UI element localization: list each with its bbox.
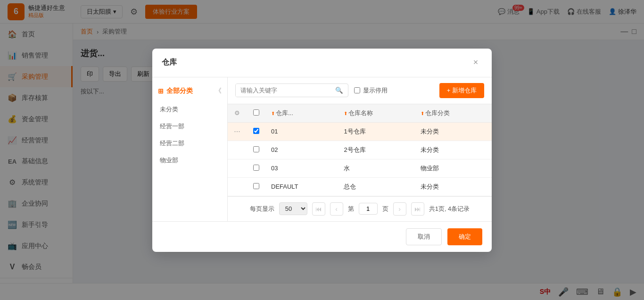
page-number-input[interactable]: [359, 203, 378, 215]
row-gear-icon[interactable]: [228, 141, 247, 159]
row-category: 未分类: [415, 141, 492, 159]
row-index-code: 03: [265, 159, 338, 177]
next-page-button[interactable]: ›: [393, 202, 406, 216]
add-warehouse-button[interactable]: + 新增仓库: [439, 83, 484, 98]
per-page-label: 每页显示: [250, 205, 274, 213]
page-word: 第: [348, 205, 354, 213]
row-index-code: 02: [265, 141, 338, 159]
category-item-unclassified[interactable]: 未分类: [152, 101, 227, 118]
col-category-header[interactable]: ⬆仓库分类: [415, 104, 492, 123]
category-item-ops1[interactable]: 经营一部: [152, 118, 227, 135]
select-all-checkbox[interactable]: [253, 109, 259, 116]
table-row[interactable]: DEFAULT 总仓 未分类: [228, 177, 492, 196]
per-page-select[interactable]: 50 10 20 100: [279, 202, 307, 215]
search-button[interactable]: 🔍: [330, 84, 348, 97]
all-categories-label[interactable]: ⊞ 全部分类: [158, 87, 193, 95]
row-category: 未分类: [415, 177, 492, 196]
row-checkbox[interactable]: [253, 146, 259, 152]
category-item-ops2[interactable]: 经营二部: [152, 135, 227, 152]
col-settings[interactable]: ⚙: [228, 104, 247, 123]
modal-sidebar-header: ⊞ 全部分类 《: [152, 83, 227, 101]
last-page-button[interactable]: ⏭: [411, 202, 424, 216]
table-row[interactable]: ··· 01 1号仓库 未分类: [228, 122, 492, 141]
show-disabled-label[interactable]: 显示停用: [354, 86, 388, 95]
modal-close-button[interactable]: ×: [469, 56, 482, 69]
search-box: 🔍: [235, 83, 348, 97]
modal-toolbar: 🔍 显示停用 + 新增仓库: [228, 77, 492, 104]
modal-header: 仓库 ×: [152, 49, 492, 77]
row-name: 总仓: [338, 177, 415, 196]
show-disabled-checkbox[interactable]: [354, 87, 360, 93]
row-index-code: 01: [265, 122, 338, 141]
row-name: 水: [338, 159, 415, 177]
row-checkbox-cell[interactable]: [247, 122, 265, 141]
table-row[interactable]: 02 2号仓库 未分类: [228, 141, 492, 159]
row-category: 物业部: [415, 159, 492, 177]
total-info: 共1页, 4条记录: [429, 205, 470, 213]
col-name-header[interactable]: ⬆仓库名称: [338, 104, 415, 123]
pagination-bar: 每页显示 50 10 20 100 ⏮ ‹ 第 页 › ⏭ 共1页, 4条记录: [228, 196, 492, 221]
row-name: 1号仓库: [338, 122, 415, 141]
modal-title: 仓库: [162, 58, 177, 67]
modal-actions: 取消 确定: [152, 221, 492, 252]
collapse-sidebar-button[interactable]: 《: [215, 87, 222, 95]
row-gear-icon[interactable]: ···: [228, 122, 247, 141]
cancel-button[interactable]: 取消: [406, 228, 442, 245]
modal-category-sidebar: ⊞ 全部分类 《 未分类 经营一部 经营二部 物业部: [152, 77, 228, 221]
sort-icon-name: ⬆: [344, 111, 347, 116]
row-checkbox[interactable]: [253, 128, 259, 134]
row-checkbox-cell[interactable]: [247, 159, 265, 177]
page-label: 页: [382, 205, 388, 213]
row-index-code: DEFAULT: [265, 177, 338, 196]
confirm-button[interactable]: 确定: [447, 228, 482, 245]
warehouse-table: ⚙ ⬆仓库... ⬆仓库名称: [228, 104, 492, 196]
category-item-property[interactable]: 物业部: [152, 152, 227, 169]
row-checkbox-cell[interactable]: [247, 177, 265, 196]
first-page-button[interactable]: ⏮: [312, 202, 325, 216]
grid-icon: ⊞: [158, 87, 164, 95]
row-checkbox-cell[interactable]: [247, 141, 265, 159]
row-gear-icon[interactable]: [228, 159, 247, 177]
search-input[interactable]: [236, 84, 330, 97]
row-name: 2号仓库: [338, 141, 415, 159]
modal-body: ⊞ 全部分类 《 未分类 经营一部 经营二部 物业部 🔍: [152, 77, 492, 221]
table-row[interactable]: 03 水 物业部: [228, 159, 492, 177]
warehouse-modal: 仓库 × ⊞ 全部分类 《 未分类 经营一部 经营二部 物业部: [152, 49, 492, 252]
modal-main-area: 🔍 显示停用 + 新增仓库 ⚙: [228, 77, 492, 221]
prev-page-button[interactable]: ‹: [330, 202, 343, 216]
sort-icon-code: ⬆: [271, 111, 275, 116]
more-icon[interactable]: ···: [234, 127, 240, 135]
row-category: 未分类: [415, 122, 492, 141]
modal-overlay: 仓库 × ⊞ 全部分类 《 未分类 经营一部 经营二部 物业部: [0, 0, 644, 300]
row-checkbox[interactable]: [253, 165, 259, 171]
col-code-header[interactable]: ⬆仓库...: [265, 104, 338, 123]
col-check: [247, 104, 265, 123]
table-header-row: ⚙ ⬆仓库... ⬆仓库名称: [228, 104, 492, 123]
sort-icon-category: ⬆: [421, 111, 424, 116]
row-gear-icon[interactable]: [228, 177, 247, 196]
row-checkbox[interactable]: [253, 183, 259, 189]
